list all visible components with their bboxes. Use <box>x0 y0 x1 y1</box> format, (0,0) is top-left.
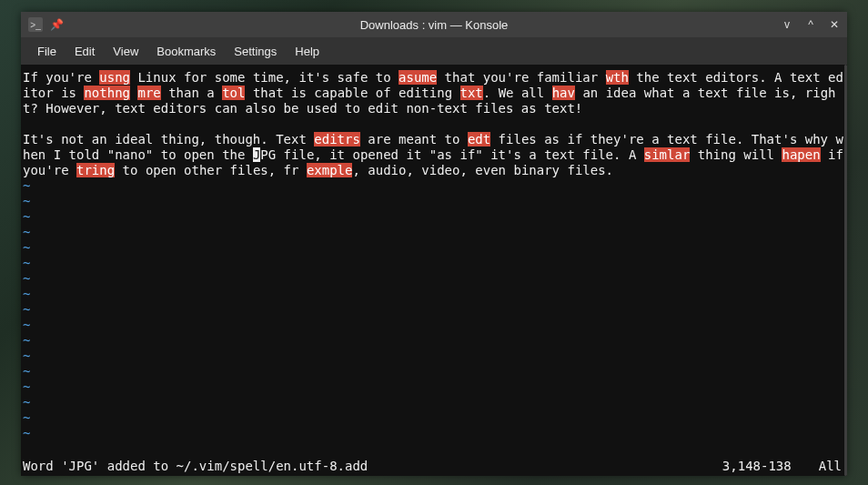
pin-icon[interactable]: 📌 <box>50 18 64 31</box>
empty-line-tilde: ~ <box>23 395 30 409</box>
empty-line-tilde: ~ <box>23 194 30 208</box>
empty-line-tilde: ~ <box>23 364 30 379</box>
status-message: Word 'JPG' added to ~/.vim/spell/en.utf-… <box>23 459 368 474</box>
menu-view[interactable]: View <box>104 40 147 63</box>
empty-line-tilde: ~ <box>23 333 30 348</box>
empty-line-tilde: ~ <box>23 426 30 440</box>
spell-error: hapen <box>782 147 820 162</box>
empty-line-tilde: ~ <box>23 178 30 193</box>
spell-error: tol <box>222 86 245 100</box>
spell-error: asume <box>399 70 437 85</box>
spell-error: tring <box>76 163 115 177</box>
scrollbar[interactable] <box>844 65 847 476</box>
spell-error: simlar <box>644 147 691 162</box>
menu-help[interactable]: Help <box>286 40 328 63</box>
empty-line-tilde: ~ <box>23 302 30 317</box>
menu-bookmarks[interactable]: Bookmarks <box>147 40 225 63</box>
terminal-area[interactable]: If you're usng Linux for some time, it's… <box>21 65 847 476</box>
empty-line-tilde: ~ <box>23 256 30 270</box>
vim-statusbar: Word 'JPG' added to ~/.vim/spell/en.utf-… <box>23 459 842 474</box>
spell-error: txt <box>460 86 483 100</box>
spell-error: editrs <box>314 132 360 147</box>
empty-line-tilde: ~ <box>23 225 30 239</box>
empty-line-tilde: ~ <box>23 209 30 224</box>
minimize-icon[interactable]: v <box>780 18 794 31</box>
empty-line-tilde: ~ <box>23 240 30 255</box>
spell-error: nothng <box>84 86 130 100</box>
menubar: File Edit View Bookmarks Settings Help <box>21 37 847 65</box>
terminal-icon: >_ <box>28 17 43 32</box>
empty-line-tilde: ~ <box>23 349 30 363</box>
close-icon[interactable]: ✕ <box>827 18 842 31</box>
editor-content: If you're usng Linux for some time, it's… <box>23 70 845 441</box>
spell-error: usng <box>99 70 130 85</box>
menu-file[interactable]: File <box>28 40 66 63</box>
maximize-icon[interactable]: ^ <box>803 18 818 31</box>
menu-edit[interactable]: Edit <box>66 40 104 63</box>
window-title: Downloads : vim — Konsole <box>21 18 847 32</box>
empty-line-tilde: ~ <box>23 287 30 301</box>
scroll-indicator: All <box>819 459 842 474</box>
empty-line-tilde: ~ <box>23 410 30 425</box>
spell-error: exmple <box>307 163 353 177</box>
titlebar[interactable]: >_ 📌 Downloads : vim — Konsole v ^ ✕ <box>21 12 847 37</box>
konsole-window: >_ 📌 Downloads : vim — Konsole v ^ ✕ Fil… <box>21 12 847 476</box>
spell-error: edt <box>468 132 490 147</box>
spell-error: hav <box>552 86 575 100</box>
spell-error: wth <box>606 70 629 85</box>
empty-line-tilde: ~ <box>23 271 30 286</box>
empty-line-tilde: ~ <box>23 379 30 394</box>
empty-line-tilde: ~ <box>23 318 30 332</box>
cursor-position: 3,148-138 <box>722 459 792 474</box>
spell-error: mre <box>137 86 160 100</box>
menu-settings[interactable]: Settings <box>225 40 286 63</box>
